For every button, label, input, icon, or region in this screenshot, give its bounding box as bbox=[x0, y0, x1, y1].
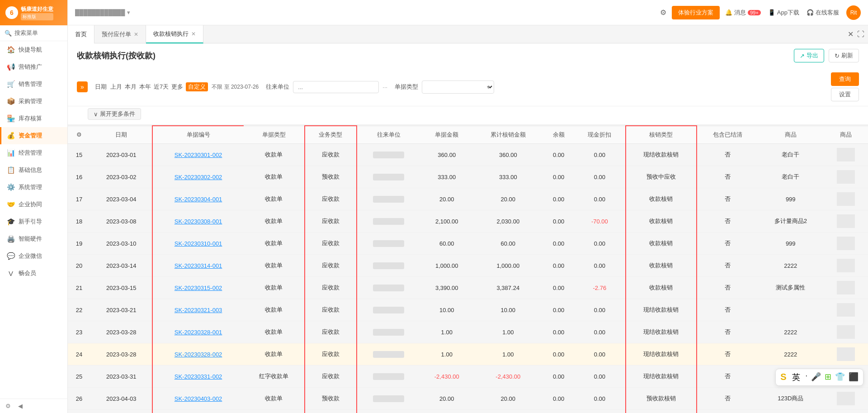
tab-prepay-close[interactable]: ✕ bbox=[134, 31, 138, 38]
cell-writeoff-type: 现结收款核销 bbox=[626, 144, 697, 166]
sidebar-item-system[interactable]: ⚙️系统管理 bbox=[0, 179, 67, 196]
cell-writeoff-amount: 3,387.24 bbox=[473, 277, 543, 299]
doc-no-link[interactable]: SK-20230403-002 bbox=[175, 395, 222, 402]
cell-balance: 0.00 bbox=[543, 166, 574, 188]
mic-icon[interactable]: 🎤 bbox=[811, 372, 821, 383]
shirt-icon[interactable]: 👕 bbox=[835, 372, 845, 383]
sidebar-item-enterprise[interactable]: 🤝企业协同 bbox=[0, 196, 67, 213]
sidebar-settings-icon[interactable]: ⚙ bbox=[5, 403, 11, 409]
sidebar-item-member[interactable]: V畅会员 bbox=[0, 265, 67, 282]
partner-filter-label: 往来单位 bbox=[266, 83, 289, 91]
partner-input[interactable] bbox=[293, 81, 379, 93]
sidebar-item-marketing[interactable]: 📢营销推广 bbox=[0, 58, 67, 76]
cell-product2 bbox=[823, 277, 868, 299]
doc-no-link[interactable]: SK-20230314-001 bbox=[175, 262, 222, 269]
cell-balance: 0.00 bbox=[543, 299, 574, 321]
doc-no-link[interactable]: SK-20230302-002 bbox=[175, 174, 222, 180]
sidebar-item-quick-nav[interactable]: 🏠快捷导航 bbox=[0, 41, 67, 58]
sidebar-search[interactable]: 🔍 搜索菜单 bbox=[0, 25, 67, 41]
table-row: 17 2023-03-04 SK-20230304-001 收款单 应收款 20… bbox=[68, 188, 868, 210]
cell-partner bbox=[357, 233, 420, 255]
sidebar-item-wechat[interactable]: 💬企业微信 bbox=[0, 247, 67, 265]
doc-no-link[interactable]: SK-20230310-001 bbox=[175, 240, 222, 247]
breadcrumb-text: ████████████ bbox=[75, 9, 125, 16]
nav-label-sales: 销售管理 bbox=[19, 80, 42, 88]
tab-receipt-writeoff[interactable]: 收款核销执行 ✕ bbox=[146, 25, 203, 43]
sidebar-item-hardware[interactable]: 🖨️智能硬件 bbox=[0, 230, 67, 247]
doc-no-link[interactable]: SK-20230315-002 bbox=[175, 285, 222, 291]
export-button[interactable]: ↗ 导出 bbox=[794, 49, 824, 62]
cell-include-settled: 否 bbox=[697, 233, 758, 255]
th-doc-no: 单据编号 bbox=[152, 126, 243, 144]
refresh-button[interactable]: ↻ 刷新 bbox=[829, 49, 859, 62]
cell-product2 bbox=[823, 410, 868, 413]
data-table: ⚙ 日期 单据编号 单据类型 业务类型 往来单位 单据金额 累计核销金额 余额 … bbox=[68, 125, 868, 413]
app-download-button[interactable]: 📱 App下载 bbox=[768, 9, 799, 17]
cell-partner bbox=[357, 410, 420, 413]
online-support-button[interactable]: 🎧 在线客服 bbox=[807, 9, 839, 17]
nav-label-inventory: 库存核算 bbox=[19, 114, 42, 123]
cell-product bbox=[758, 299, 823, 321]
sidebar-item-inventory[interactable]: 🏪库存核算 bbox=[0, 110, 67, 127]
th-settings[interactable]: ⚙ bbox=[68, 126, 90, 144]
date-opt-more[interactable]: 更多 bbox=[171, 83, 183, 91]
grid-icon[interactable]: ⊞ bbox=[825, 372, 831, 383]
doc-no-link[interactable]: SK-20230328-002 bbox=[175, 351, 222, 358]
tab-expand-icon[interactable]: ⛶ bbox=[857, 30, 864, 38]
doc-no-link[interactable]: SK-20230328-001 bbox=[175, 329, 222, 336]
cell-balance: 0.00 bbox=[543, 188, 574, 210]
tab-receipt-close[interactable]: ✕ bbox=[191, 31, 196, 37]
table-wrapper: ⚙ 日期 单据编号 单据类型 业务类型 往来单位 单据金额 累计核销金额 余额 … bbox=[68, 125, 868, 413]
cell-doc-type: 收款单 bbox=[244, 166, 305, 188]
notification-button[interactable]: 🔔 消息 99+ bbox=[725, 9, 761, 17]
date-opt-7days[interactable]: 近7天 bbox=[154, 83, 169, 91]
doc-no-link[interactable]: SK-20230308-001 bbox=[175, 218, 222, 225]
nav-icon-hardware: 🖨️ bbox=[7, 235, 15, 243]
tab-close-all-icon[interactable]: ✕ bbox=[848, 30, 854, 38]
date-opt-last-month[interactable]: 上月 bbox=[110, 83, 122, 91]
headset-icon: 🎧 bbox=[807, 9, 814, 16]
filter-toggle-button[interactable]: » bbox=[77, 81, 88, 92]
date-opt-custom[interactable]: 自定义 bbox=[186, 82, 208, 91]
nav-label-operations: 经营管理 bbox=[19, 149, 42, 157]
doc-no-link[interactable]: SK-20230304-001 bbox=[175, 196, 222, 203]
date-opt-this-year[interactable]: 本年 bbox=[139, 83, 151, 91]
cell-partner bbox=[357, 388, 420, 410]
cell-doc-type: 收款单 bbox=[244, 188, 305, 210]
sidebar-item-purchase[interactable]: 📦采购管理 bbox=[0, 93, 67, 110]
doc-no-link[interactable]: SK-20230331-002 bbox=[175, 373, 222, 380]
cell-date: 2023-04-03 bbox=[90, 388, 152, 410]
setting-button[interactable]: 设置 bbox=[831, 88, 859, 101]
extra-icon[interactable]: ⬛ bbox=[849, 372, 859, 383]
sidebar-collapse-icon[interactable]: ◀ bbox=[18, 403, 23, 409]
query-button[interactable]: 查询 bbox=[831, 72, 859, 86]
sidebar-item-basic[interactable]: 📋基础信息 bbox=[0, 161, 67, 179]
type-select[interactable] bbox=[422, 81, 494, 94]
avatar[interactable]: Rit bbox=[846, 5, 861, 20]
sidebar-item-sales[interactable]: 🛒销售管理 bbox=[0, 76, 67, 93]
solution-button[interactable]: 体验行业方案 bbox=[672, 6, 720, 19]
cell-cash-discount: 0.00 bbox=[574, 366, 625, 388]
tab-actions: ✕ ⛶ bbox=[848, 30, 868, 38]
cell-biz-type: 应收款 bbox=[305, 144, 357, 166]
cell-partner bbox=[357, 144, 420, 166]
cell-writeoff-type: 现结收款核销 bbox=[626, 343, 697, 366]
date-opt-this-month[interactable]: 本月 bbox=[125, 83, 137, 91]
cell-no: 22 bbox=[68, 299, 90, 321]
page-header-actions: ↗ 导出 ↻ 刷新 bbox=[794, 49, 859, 68]
doc-no-link[interactable]: SK-20230301-002 bbox=[175, 152, 222, 158]
doc-no-link[interactable]: SK-20230321-003 bbox=[175, 307, 222, 313]
cell-doc-no: SK-20230310-001 bbox=[152, 233, 243, 255]
date-filter-group: 日期 上月 本月 本年 近7天 更多 自定义 不限 至 2023-07-26 bbox=[95, 82, 259, 91]
sidebar-item-guide[interactable]: 🎓新手引导 bbox=[0, 213, 67, 230]
tab-home[interactable]: 首页 bbox=[68, 25, 94, 43]
sidebar-item-operations[interactable]: 📊经营管理 bbox=[0, 144, 67, 161]
sidebar-item-finance[interactable]: 💰资金管理 bbox=[0, 127, 67, 144]
expand-more-button[interactable]: ∨ 展开更多条件 bbox=[88, 108, 141, 120]
gear-icon[interactable]: ⚙ bbox=[660, 8, 666, 17]
nav-icon-finance: 💰 bbox=[7, 132, 15, 140]
main-area: ████████████ ▾ ⚙ 体验行业方案 🔔 消息 99+ 📱 App下载… bbox=[68, 0, 868, 413]
tab-prepay[interactable]: 预付应付单 ✕ bbox=[94, 25, 146, 43]
cell-amount: 100.00 bbox=[420, 410, 473, 413]
cell-include-settled: 否 bbox=[697, 166, 758, 188]
